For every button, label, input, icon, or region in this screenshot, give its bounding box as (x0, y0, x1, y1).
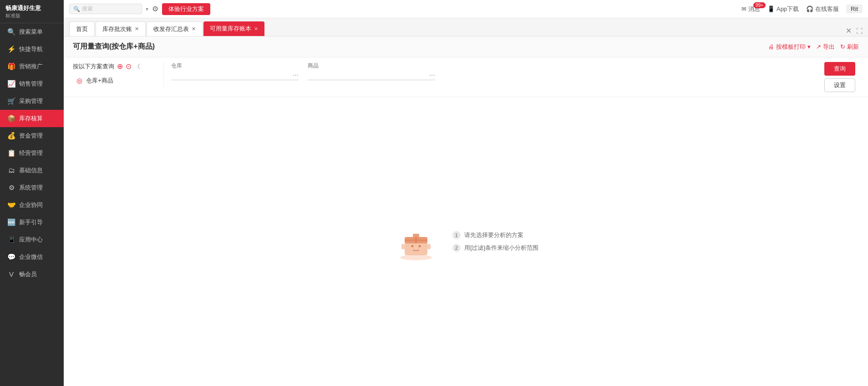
online-service-item[interactable]: 🎧 在线客服 (806, 5, 839, 13)
page-content: 可用量查询(按仓库+商品) 🖨 按模板打印 ▾ ↗ 导出 ↻ 刷新 (64, 36, 868, 386)
svg-point-0 (400, 255, 432, 260)
svg-rect-9 (427, 244, 431, 249)
settings-button[interactable]: 设置 (824, 78, 855, 92)
tabbar-close-button[interactable]: ✕ (845, 26, 853, 36)
tip-num-1: 1 (452, 231, 461, 239)
collapse-icon[interactable]: 《 (134, 62, 140, 71)
query-button[interactable]: 查询 (824, 62, 855, 76)
sidebar-scroll: 🔍 搜索菜单 ⚡ 快捷导航 🎁 营销推广 📈 销售管理 🛒 采购管理 📦 库存核… (0, 23, 64, 386)
empty-tip-2: 2 用[过滤]条件来缩小分析范围 (452, 244, 538, 252)
goods-dots-icon[interactable]: ··· (429, 72, 435, 79)
shortcut-icon: ⚡ (7, 45, 15, 53)
online-service-label: 在线客服 (815, 5, 839, 13)
refresh-action[interactable]: ↻ 刷新 (840, 43, 859, 51)
sidebar-label-basic: 基础信息 (19, 166, 43, 175)
empty-tips: 1 请先选择要分析的方案 2 用[过滤]条件来缩小分析范围 (452, 231, 538, 252)
scheme-header-label: 按以下方案查询 (73, 62, 114, 71)
warehouse-input[interactable] (171, 72, 291, 79)
topbar-chevron-icon[interactable]: ▾ (146, 6, 148, 12)
export-action[interactable]: ↗ 导出 (816, 43, 835, 51)
page-header: 可用量查询(按仓库+商品) 🖨 按模板打印 ▾ ↗ 导出 ↻ 刷新 (64, 36, 868, 57)
sidebar-item-system[interactable]: ⚙ 系统管理 (0, 179, 64, 196)
sidebar-label-system: 系统管理 (19, 184, 43, 192)
scheme-settings-icon[interactable]: ⊙ (126, 62, 132, 71)
member-icon: V (7, 270, 15, 278)
app-download-item[interactable]: 📱 App下载 (767, 5, 799, 13)
user-name[interactable]: Rit (846, 5, 863, 13)
tab-available-close-icon[interactable]: ✕ (254, 26, 258, 32)
operation-icon: 📋 (7, 149, 15, 157)
svg-rect-8 (401, 244, 405, 249)
topbar-right: ✉ 消息 99+ 📱 App下载 🎧 在线客服 Rit (741, 5, 863, 13)
trial-button[interactable]: 体验行业方案 (162, 3, 210, 15)
tab-available-label: 可用量库存账本 (210, 25, 251, 33)
sidebar-item-finance[interactable]: 💰 资金管理 (0, 127, 64, 144)
tabbar-expand-button[interactable]: ⛶ (856, 27, 863, 35)
sidebar-item-purchase[interactable]: 🛒 采购管理 (0, 93, 64, 110)
sidebar-item-shortcut[interactable]: ⚡ 快捷导航 (0, 41, 64, 58)
company-name: 畅康通好生意 (5, 5, 58, 12)
topbar-gear-icon[interactable]: ⚙ (152, 5, 158, 13)
sidebar-item-search[interactable]: 🔍 搜索菜单 (0, 23, 64, 41)
tab-available-ledger[interactable]: 可用量库存账本 ✕ (203, 21, 264, 36)
tab-receive-close-icon[interactable]: ✕ (192, 26, 196, 32)
enterprise-icon: 🤝 (7, 201, 15, 209)
tip-text-2: 用[过滤]条件来缩小分析范围 (464, 244, 538, 252)
sidebar-item-appstore[interactable]: 📱 应用中心 (0, 231, 64, 248)
add-scheme-icon[interactable]: ⊕ (117, 62, 123, 71)
appstore-icon: 📱 (7, 236, 15, 244)
tab-home[interactable]: 首页 (69, 21, 95, 36)
tip-text-1: 请先选择要分析的方案 (464, 231, 523, 239)
basic-icon: 🗂 (7, 166, 15, 175)
svg-point-6 (411, 245, 413, 247)
page-header-actions: 🖨 按模板打印 ▾ ↗ 导出 ↻ 刷新 (768, 43, 859, 51)
sidebar-label-inventory: 库存核算 (19, 114, 43, 123)
edition-label: 标准版 (5, 12, 58, 19)
main-area: 🔍 搜索 ▾ ⚙ 体验行业方案 ✉ 消息 99+ 📱 App下载 🎧 在线客服 … (64, 0, 868, 386)
filter-field-warehouse: 仓库 ··· (171, 62, 299, 80)
sidebar-item-inventory[interactable]: 📦 库存核算 (0, 110, 64, 127)
warehouse-dots-icon[interactable]: ··· (293, 72, 299, 79)
tab-batch-account[interactable]: 库存批次账 ✕ (96, 21, 146, 36)
print-label: 按模板打印 (776, 43, 806, 51)
message-icon: ✉ (741, 5, 746, 12)
page-title: 可用量查询(按仓库+商品) (73, 42, 768, 51)
printer-icon: 🖨 (768, 43, 774, 50)
sidebar: 畅康通好生意 标准版 🔍 搜索菜单 ⚡ 快捷导航 🎁 营销推广 📈 销售管理 🛒… (0, 0, 64, 386)
marketing-icon: 🎁 (7, 62, 15, 71)
sidebar-item-wechat[interactable]: 💬 企业微信 (0, 248, 64, 266)
message-item[interactable]: ✉ 消息 99+ (741, 5, 760, 13)
message-badge: 99+ (753, 2, 766, 8)
sidebar-item-member[interactable]: V 畅会员 (0, 266, 64, 283)
tab-batch-close-icon[interactable]: ✕ (135, 26, 139, 32)
goods-input[interactable] (308, 72, 427, 79)
refresh-label: 刷新 (847, 43, 859, 51)
sidebar-label-operation: 经营管理 (19, 149, 43, 157)
sidebar-label-wechat: 企业微信 (19, 253, 43, 261)
sidebar-item-marketing[interactable]: 🎁 营销推广 (0, 58, 64, 75)
sidebar-label-marketing: 营销推广 (19, 62, 43, 71)
scheme-warehouse-goods[interactable]: ◎ 仓库+商品 (73, 74, 158, 87)
tabbar-right: ✕ ⛶ (845, 26, 863, 36)
export-icon: ↗ (816, 43, 821, 50)
sidebar-item-sales[interactable]: 📈 销售管理 (0, 75, 64, 93)
sidebar-item-basic[interactable]: 🗂 基础信息 (0, 162, 64, 179)
topbar-search-box[interactable]: 🔍 搜索 (69, 4, 142, 14)
scheme-icon: ◎ (76, 77, 82, 85)
tab-receive-summary[interactable]: 收发存汇总表 ✕ (147, 21, 203, 36)
sidebar-label-member: 畅会员 (19, 270, 37, 278)
search-placeholder: 搜索 (82, 5, 93, 13)
sidebar-item-operation[interactable]: 📋 经营管理 (0, 144, 64, 162)
sidebar-label-finance: 资金管理 (19, 132, 43, 140)
system-icon: ⚙ (7, 184, 15, 192)
filter-schemes-panel: 按以下方案查询 ⊕ ⊙ 《 ◎ 仓库+商品 (73, 62, 164, 87)
print-action[interactable]: 🖨 按模板打印 ▾ (768, 43, 811, 51)
sidebar-item-enterprise[interactable]: 🤝 企业协同 (0, 196, 64, 214)
sidebar-label-purchase: 采购管理 (19, 97, 43, 105)
inventory-icon: 📦 (7, 114, 15, 123)
sidebar-item-newbie[interactable]: 🆕 新手引导 (0, 214, 64, 231)
tab-receive-label: 收发存汇总表 (153, 25, 189, 33)
goods-label: 商品 (308, 62, 435, 70)
tab-home-label: 首页 (76, 25, 88, 33)
sidebar-label-sales: 销售管理 (19, 80, 43, 88)
